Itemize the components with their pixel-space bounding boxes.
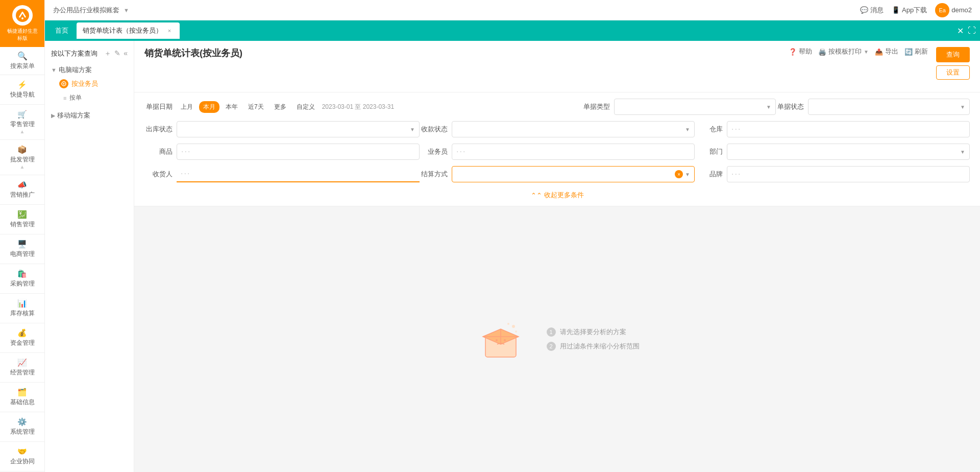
sidebar-label-inventory: 库存核算	[2, 309, 42, 318]
sidebar-item-operation[interactable]: 📈 经营管理	[0, 353, 44, 383]
doc-status-control[interactable]: ▼	[808, 99, 970, 115]
date-tab-this-year[interactable]: 本年	[222, 101, 242, 113]
left-panel: 按以下方案查询 ＋ ✎ « ▼ 电脑端方案 按业务员	[45, 41, 134, 472]
sidebar-item-system[interactable]: ⚙️ 系统管理	[0, 412, 44, 442]
empty-tips: 1 请先选择要分析的方案 2 用过滤条件来缩小分析范围	[547, 327, 640, 351]
scheme-actions: ＋ ✎ «	[104, 49, 128, 58]
sidebar-item-enterprise[interactable]: 🤝 企业协同	[0, 442, 44, 471]
settlement-caret-icon: ▼	[685, 172, 690, 177]
download-label: App下载	[902, 6, 927, 15]
help-btn[interactable]: ❓ 帮助	[789, 47, 812, 56]
user-btn[interactable]: Ea demo2	[935, 3, 972, 17]
query-btn[interactable]: 查询	[936, 47, 970, 62]
date-tab-last-month[interactable]: 上月	[177, 101, 197, 113]
goods-label: 商品	[144, 147, 173, 156]
tab-home-label: 首页	[55, 26, 68, 35]
tab-active[interactable]: 销货单统计表（按业务员） ×	[77, 22, 180, 39]
sidebar-item-ecommerce[interactable]: 🖥️ 电商管理	[0, 234, 44, 264]
settlement-clear-btn[interactable]: ×	[675, 170, 683, 178]
group-arrow-icon: ▼	[51, 67, 57, 73]
out-status-control[interactable]: ▼	[177, 121, 420, 137]
export-btn[interactable]: 📤 导出	[875, 47, 898, 56]
filter-receive-status: 收款状态 ▼	[420, 121, 695, 137]
empty-tip-2-text: 用过滤条件来缩小分析范围	[560, 342, 640, 351]
sidebar-label-finance: 资金管理	[2, 339, 42, 347]
collapse-up-icon: ⌃⌃	[531, 192, 542, 199]
content-area: 按以下方案查询 ＋ ✎ « ▼ 电脑端方案 按业务员	[45, 41, 980, 472]
sidebar-item-marketing[interactable]: 📣 营销推广	[0, 175, 44, 205]
filter-goods: 商品 ···	[144, 144, 420, 160]
sidebar-search-item[interactable]: 🔍 搜索菜单	[0, 47, 44, 75]
receiver-control[interactable]: ···	[177, 166, 420, 182]
page-title: 销货单统计表(按业务员)	[144, 47, 242, 65]
dept-control[interactable]: ▼	[727, 144, 970, 160]
date-tab-custom[interactable]: 自定义	[292, 101, 319, 113]
sidebar-label-quick: 快捷导航	[2, 90, 42, 99]
goods-control[interactable]: ···	[177, 144, 420, 160]
staff-control[interactable]: ···	[452, 144, 695, 160]
receive-status-control[interactable]: ▼	[452, 121, 695, 137]
logo-icon	[12, 5, 33, 26]
app-download-btn[interactable]: 📱 App下载	[892, 6, 927, 15]
date-label: 单据日期	[144, 102, 173, 111]
warehouse-control[interactable]: ···	[727, 121, 970, 137]
help-label: 帮助	[799, 47, 812, 56]
refresh-btn[interactable]: 🔄 刷新	[904, 47, 928, 56]
sidebar-item-inventory[interactable]: 📊 库存核算	[0, 294, 44, 323]
svg-point-0	[16, 9, 29, 22]
sidebar-label-purchase: 采购管理	[2, 279, 42, 288]
sidebar-item-retail[interactable]: 🛒 零售管理 ▲	[0, 105, 44, 140]
left-panel-title: 按以下方案查询 ＋ ✎ «	[45, 46, 134, 61]
receive-status-label: 收款状态	[420, 125, 448, 134]
warehouse-label: 仓库	[695, 125, 723, 134]
user-label: demo2	[951, 6, 972, 14]
account-dropdown-icon[interactable]: ▼	[124, 7, 129, 13]
doc-type-control[interactable]: ▼	[614, 99, 776, 115]
sidebar-item-finance[interactable]: 💰 资金管理	[0, 323, 44, 353]
print-btn[interactable]: 🖨️ 按模板打印 ▼	[818, 47, 869, 56]
receive-caret-icon: ▼	[685, 127, 690, 132]
tab-maximize-icon[interactable]: ⛶	[968, 26, 976, 36]
group-mobile-arrow-icon: ▶	[51, 112, 55, 119]
sidebar-label-enterprise: 企业协同	[2, 457, 42, 466]
export-icon: 📤	[875, 48, 883, 56]
scheme-item-by-order[interactable]: ≡ 按单	[45, 91, 134, 105]
filter-dept: 部门 ▼	[695, 144, 970, 160]
add-scheme-btn[interactable]: ＋	[104, 49, 111, 58]
edit-scheme-btn[interactable]: ✎	[114, 49, 120, 58]
doc-status-caret-icon: ▼	[960, 104, 965, 110]
date-tab-more[interactable]: 更多	[270, 101, 290, 113]
collapse-btn[interactable]: ⌃⌃ 收起更多条件	[531, 191, 584, 200]
message-label: 消息	[870, 6, 884, 15]
date-tab-this-month[interactable]: 本月	[199, 101, 219, 113]
avatar: Ea	[935, 3, 949, 17]
sidebar-item-basic[interactable]: 🗂️ 基础信息	[0, 383, 44, 412]
scheme-staff-label: 按业务员	[71, 79, 98, 88]
sidebar-label-basic: 基础信息	[2, 398, 42, 407]
sidebar-item-wholesale[interactable]: 📦 批发管理 ▲	[0, 140, 44, 175]
scheme-item-by-staff[interactable]: 按业务员	[45, 77, 134, 91]
date-tab-7days[interactable]: 近7天	[244, 101, 268, 113]
tab-close-btn[interactable]: ×	[165, 27, 174, 35]
sidebar-item-purchase[interactable]: 🛍️ 采购管理	[0, 264, 44, 294]
scheme-group-mobile: ▶ 移动端方案	[45, 107, 134, 124]
brand-control[interactable]: ···	[727, 166, 970, 182]
sidebar: 畅捷通好生意 标版 🔍 搜索菜单 ⚡ 快捷导航 🛒 零售管理 ▲ 📦 批发管理 …	[0, 0, 45, 472]
settlement-control[interactable]: × ▼	[452, 166, 695, 182]
sidebar-search-label: 搜索菜单	[3, 62, 41, 70]
filter-out-status: 出库状态 ▼	[144, 121, 420, 137]
tab-close-window-icon[interactable]: ✕	[957, 26, 964, 36]
setting-btn[interactable]: 设置	[936, 65, 970, 80]
dept-label: 部门	[695, 147, 723, 156]
collapse-scheme-btn[interactable]: «	[124, 49, 128, 58]
empty-area: 1 请先选择要分析的方案 2 用过滤条件来缩小分析范围	[134, 206, 980, 472]
brand-dots: ···	[731, 170, 741, 179]
sidebar-item-quick-nav[interactable]: ⚡ 快捷导航	[0, 75, 44, 105]
print-label: 按模板打印	[828, 47, 862, 56]
message-btn[interactable]: 💬 消息	[860, 6, 884, 15]
tab-home[interactable]: 首页	[49, 22, 75, 39]
sidebar-item-sales[interactable]: 💹 销售管理	[0, 205, 44, 234]
empty-tip-1-text: 请先选择要分析的方案	[560, 327, 626, 337]
scheme-group-pc-title[interactable]: ▼ 电脑端方案	[45, 63, 134, 77]
scheme-group-mobile-title[interactable]: ▶ 移动端方案	[45, 109, 134, 122]
